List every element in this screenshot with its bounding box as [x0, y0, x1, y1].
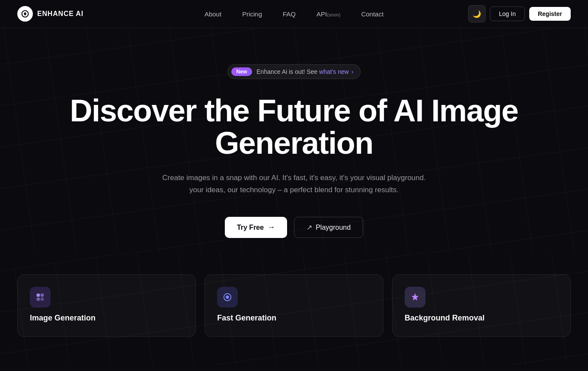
- hero-section: New Enhance Ai is out! See what's new › …: [0, 28, 588, 274]
- hero-buttons: Try Free → ↗ Playground: [225, 217, 363, 238]
- feature-card-image-gen: Image Generation: [17, 274, 196, 337]
- hero-subtitle: Create images in a snap with our AI. It'…: [160, 172, 428, 196]
- nav-pricing[interactable]: Pricing: [233, 7, 271, 21]
- nav-actions: 🌙 Log In Register: [468, 5, 571, 22]
- main-content: New Enhance Ai is out! See what's new › …: [0, 0, 588, 371]
- feature-card-bg-removal: Background Removal: [392, 274, 571, 337]
- badge-arrow-icon: ›: [350, 68, 354, 75]
- new-pill: New: [231, 67, 252, 76]
- hero-title: Discover the Future of AI Image Generati…: [56, 95, 532, 160]
- dark-mode-button[interactable]: 🌙: [468, 5, 486, 22]
- svg-point-6: [226, 295, 229, 298]
- svg-rect-1: [37, 294, 40, 297]
- nav-faq[interactable]: FAQ: [274, 7, 304, 21]
- nav-links: About Pricing FAQ API(soon) Contact: [196, 7, 392, 21]
- moon-icon: 🌙: [473, 10, 481, 18]
- svg-rect-3: [37, 298, 40, 301]
- feature-card-fast-gen: Fast Generation: [205, 274, 383, 337]
- svg-rect-2: [41, 294, 44, 297]
- whats-new-link[interactable]: what's new: [319, 68, 349, 75]
- navbar: ENHANCE AI About Pricing FAQ API(soon) C…: [0, 0, 588, 28]
- feature-title-fast-gen: Fast Generation: [217, 314, 371, 323]
- badge-text: Enhance Ai is out! See what's new ›: [256, 68, 353, 75]
- login-button[interactable]: Log In: [490, 6, 525, 21]
- logo-text: ENHANCE AI: [37, 10, 83, 18]
- external-link-icon: ↗: [307, 223, 312, 231]
- nav-api[interactable]: API(soon): [308, 7, 349, 21]
- playground-button[interactable]: ↗ Playground: [294, 217, 363, 238]
- try-free-button[interactable]: Try Free →: [225, 217, 287, 238]
- bg-removal-icon: [405, 287, 425, 308]
- register-button[interactable]: Register: [529, 7, 571, 21]
- logo-icon: [17, 6, 33, 22]
- feature-title-bg-removal: Background Removal: [405, 314, 558, 323]
- logo-link[interactable]: ENHANCE AI: [17, 6, 83, 22]
- announcement-badge: New Enhance Ai is out! See what's new ›: [227, 64, 361, 79]
- svg-rect-4: [41, 298, 44, 301]
- nav-contact[interactable]: Contact: [352, 7, 392, 21]
- image-gen-icon: [30, 287, 51, 308]
- nav-about[interactable]: About: [196, 7, 230, 21]
- arrow-icon: →: [267, 223, 275, 232]
- features-section: Image Generation Fast Generation Backgro…: [0, 274, 588, 337]
- fast-gen-icon: [217, 287, 238, 308]
- feature-title-image-gen: Image Generation: [30, 314, 183, 323]
